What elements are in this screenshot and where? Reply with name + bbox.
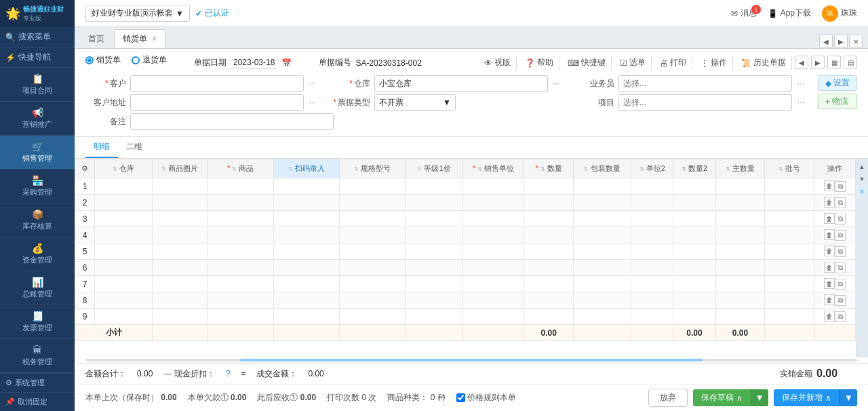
horizontal-scrollbar[interactable]: [85, 359, 857, 361]
cell[interactable]: [524, 309, 574, 325]
rp-btn3[interactable]: ≡: [856, 186, 867, 197]
cell[interactable]: [208, 211, 273, 227]
cell[interactable]: [524, 195, 574, 211]
copy-row-btn[interactable]: ⧉: [835, 295, 846, 306]
grade-sort-icon[interactable]: ⇅: [417, 166, 422, 172]
cell[interactable]: [95, 309, 153, 325]
price-checkbox-item[interactable]: 价格规则本单: [456, 392, 516, 404]
price-checkbox[interactable]: [456, 393, 465, 402]
customer-input[interactable]: [130, 75, 304, 92]
notes-input[interactable]: [130, 113, 334, 130]
cell[interactable]: [208, 243, 273, 260]
sidebar-item-finance[interactable]: 💰 资金管理: [0, 237, 75, 271]
copy-row-btn[interactable]: ⧉: [835, 214, 846, 224]
toolbar-print[interactable]: 🖨 打印: [654, 56, 692, 70]
toolbar-shortcut[interactable]: ⌨ 快捷键: [562, 56, 612, 70]
cell[interactable]: [524, 276, 574, 292]
cell[interactable]: [405, 276, 462, 292]
cell[interactable]: [405, 211, 462, 227]
app-download-btn[interactable]: 📱 App下载: [768, 7, 811, 19]
cell[interactable]: [95, 178, 153, 195]
cell[interactable]: [273, 309, 339, 325]
cell[interactable]: [765, 227, 814, 243]
cell[interactable]: [153, 178, 208, 195]
cell[interactable]: [574, 309, 631, 325]
logistics-button[interactable]: + 物流: [818, 94, 857, 109]
tab-prev-btn[interactable]: ◀: [819, 35, 833, 48]
cell[interactable]: [273, 227, 339, 243]
sidebar-item-sales[interactable]: 🛒 销售管理: [0, 136, 75, 170]
cell[interactable]: [339, 227, 405, 243]
cell[interactable]: [631, 276, 673, 292]
tab-active[interactable]: 销货单 ×: [114, 29, 165, 48]
cell[interactable]: [153, 243, 208, 260]
cell[interactable]: [462, 292, 524, 309]
toolbar-select[interactable]: ☑ 选单: [614, 56, 652, 70]
calendar-icon[interactable]: 📅: [281, 58, 292, 68]
salesperson-dots[interactable]: ···: [797, 79, 804, 88]
cell[interactable]: [631, 292, 673, 309]
cell[interactable]: [673, 227, 715, 243]
cell[interactable]: [765, 178, 814, 195]
sidebar-quick-nav[interactable]: ⚡ 快捷导航: [0, 47, 75, 68]
cell[interactable]: [462, 195, 524, 211]
cell[interactable]: [673, 211, 715, 227]
toolbar-grid1[interactable]: ▦: [827, 56, 841, 69]
sidebar-system[interactable]: ⚙ 系统管理: [0, 373, 75, 392]
copy-row-btn[interactable]: ⧉: [835, 279, 846, 290]
company-selector[interactable]: 好业财专业版演示帐套 ▼: [85, 5, 190, 22]
product-img-sort-icon[interactable]: ⇅: [161, 166, 166, 172]
delete-row-btn[interactable]: 🗑: [824, 197, 835, 208]
cell[interactable]: [524, 178, 574, 195]
sidebar-item-purchase[interactable]: 🏪 采购管理: [0, 170, 75, 203]
cell[interactable]: [95, 227, 153, 243]
cell[interactable]: [631, 195, 673, 211]
cell[interactable]: [339, 292, 405, 309]
copy-row-btn[interactable]: ⧉: [835, 181, 846, 192]
cell[interactable]: [715, 243, 765, 260]
table-tab-detail[interactable]: 明细: [85, 137, 118, 158]
save-draft-button[interactable]: 保存草稿 ∧: [693, 389, 751, 406]
cell[interactable]: [574, 227, 631, 243]
cell[interactable]: [405, 292, 462, 309]
sale-unit-sort-icon[interactable]: ⇅: [477, 166, 482, 172]
cell[interactable]: [208, 292, 273, 309]
cell[interactable]: [673, 292, 715, 309]
rp-btn2[interactable]: ▼: [856, 174, 867, 184]
cell[interactable]: [208, 276, 273, 292]
delete-row-btn[interactable]: 🗑: [824, 246, 835, 256]
tab-home[interactable]: 首页: [80, 30, 113, 48]
qty-sort-icon[interactable]: ⇅: [540, 166, 545, 172]
cell[interactable]: [765, 260, 814, 276]
cell[interactable]: [153, 195, 208, 211]
cell[interactable]: [765, 276, 814, 292]
sidebar-item-tax[interactable]: 🏛 税务管理: [0, 339, 75, 373]
cell[interactable]: [524, 292, 574, 309]
warehouse-sort-icon[interactable]: ⇅: [113, 166, 117, 172]
delete-row-btn[interactable]: 🗑: [824, 262, 835, 273]
sidebar-unpin[interactable]: 📌 取消固定: [0, 392, 75, 411]
cell[interactable]: [631, 260, 673, 276]
cell[interactable]: [574, 276, 631, 292]
customer-dots[interactable]: ···: [309, 79, 316, 88]
rp-btn1[interactable]: ▲: [856, 161, 867, 172]
radio-return[interactable]: 退货单: [132, 54, 167, 66]
tab-close-all-btn[interactable]: ✕: [849, 35, 863, 48]
cell[interactable]: [339, 178, 405, 195]
cell[interactable]: [153, 276, 208, 292]
cell[interactable]: [673, 309, 715, 325]
qty2-sort-icon[interactable]: ⇅: [682, 166, 686, 172]
cell[interactable]: [95, 211, 153, 227]
address-dots[interactable]: ···: [309, 98, 316, 107]
cell[interactable]: [574, 211, 631, 227]
cell[interactable]: [715, 195, 765, 211]
copy-row-btn[interactable]: ⧉: [835, 262, 846, 273]
sidebar-item-marketing[interactable]: 📢 营销推广: [0, 102, 75, 136]
cell[interactable]: [715, 309, 765, 325]
copy-row-btn[interactable]: ⧉: [835, 311, 846, 322]
message-btn[interactable]: ✉ 1 消息: [731, 7, 757, 19]
cell[interactable]: [462, 243, 524, 260]
cell[interactable]: [524, 243, 574, 260]
delete-row-btn[interactable]: 🗑: [824, 213, 835, 224]
radio-sale[interactable]: 销货单: [85, 54, 121, 66]
